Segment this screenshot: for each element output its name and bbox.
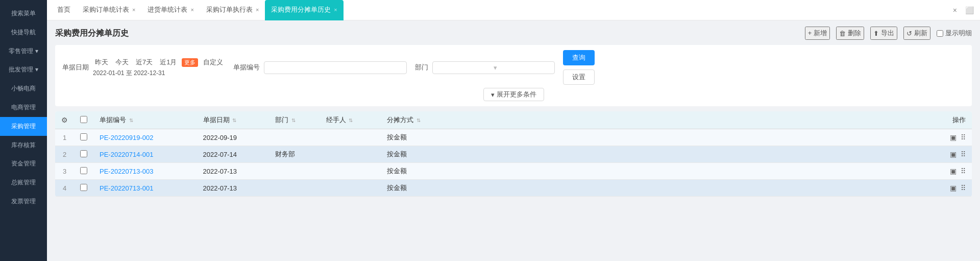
delete-icon: 🗑 [839,30,846,37]
edit-action-3[interactable]: ⠿ [961,184,966,192]
last7-btn[interactable]: 近7天 [134,57,155,67]
close-window-icon[interactable]: × [951,5,959,15]
expand-icon: ▾ [491,91,495,99]
sidebar-item-shortcut[interactable]: 快捷导航 [0,23,47,42]
select-all-checkbox[interactable] [80,116,87,123]
today-btn[interactable]: 今天 [113,57,131,67]
tab-label-purchase-order-stat: 采购订单统计表 [83,5,129,14]
table-row: 2 PE-20220714-001 2022-07-14 财务部 按金额 ▣ ⠿ [55,146,972,163]
dept-select-arrow-icon: ▾ [494,64,550,72]
view-action-3[interactable]: ▣ [950,184,957,192]
row-select-0[interactable] [80,133,87,140]
sidebar-item-wholesale[interactable]: 批发管理 ▾ [0,60,47,79]
sidebar-item-ecom[interactable]: 电商管理 [0,98,47,117]
add-button[interactable]: + 新增 [805,27,830,40]
row-dept-3 [269,180,320,197]
dept-sort-icon[interactable]: ⇅ [291,117,296,123]
view-action-2[interactable]: ▣ [950,167,957,175]
tab-label-inbound-stat: 进货单统计表 [148,5,187,14]
tab-inbound-stat[interactable]: 进货单统计表× [141,0,200,20]
show-cols-checkbox[interactable] [937,30,943,37]
th-handler: 经手人 ⇅ [320,111,381,129]
export-icon: ⬆ [873,30,879,37]
doc-date-sort-icon[interactable]: ⇅ [232,117,236,123]
doc-no-filter-group: 单据编号 [233,61,407,74]
sidebar-item-finance[interactable]: 资金管理 [0,154,47,173]
sidebar: 搜索菜单快捷导航零售管理 ▾批发管理 ▾小畅电商电商管理采购管理库存核算资金管理… [0,0,47,261]
content-area: 采购费用分摊单历史 + 新增 🗑 删除 ⬆ 导出 ↺ 刷新 显示明细 [47,20,980,261]
row-handler-3 [320,180,381,197]
th-dept-label: 部门 [275,116,288,124]
view-action-1[interactable]: ▣ [950,150,957,158]
export-button[interactable]: ⬆ 导出 [870,27,897,40]
tab-close-purchase-cost-split[interactable]: × [334,7,337,13]
sidebar-item-label-ledger: 总账管理 [2,178,45,187]
expand-conditions-button[interactable]: ▾ 展开更多条件 [483,88,544,101]
tab-close-inbound-stat[interactable]: × [190,7,193,13]
th-actions: 操作 [931,111,972,129]
row-doc-date-3: 2022-07-13 [197,180,270,197]
setting-button[interactable]: 设置 [563,69,595,85]
row-doc-no-2: PE-20220713-003 [93,163,197,180]
last1m-btn[interactable]: 近1月 [158,57,179,67]
doc-no-link-0[interactable]: PE-20220919-002 [100,134,154,141]
sidebar-item-search[interactable]: 搜索菜单 [0,4,47,23]
sidebar-item-label-search: 搜索菜单 [2,9,45,18]
sidebar-item-retail[interactable]: 零售管理 ▾ [0,42,47,61]
tab-bar: 首页采购订单统计表×进货单统计表×采购订单执行表×采购费用分摊单历史× × ⬜ [47,0,980,20]
handler-sort-icon[interactable]: ⇅ [349,117,353,123]
row-select-3[interactable] [80,184,87,191]
gear-icon[interactable]: ⚙ [61,116,68,124]
row-dept-0 [269,129,320,146]
dept-select[interactable]: ▾ [432,61,555,74]
doc-no-link-2[interactable]: PE-20220713-003 [100,168,154,175]
tab-purchase-cost-split[interactable]: 采购费用分摊单历史× [265,0,343,20]
edit-action-2[interactable]: ⠿ [961,167,966,175]
row-split-method-1: 按金额 [381,146,931,163]
sidebar-item-purchase[interactable]: 采购管理 [0,117,47,136]
delete-button[interactable]: 🗑 删除 [836,27,864,40]
expand-row: ▾ 展开更多条件 [62,88,965,101]
th-doc-date: 单据日期 ⇅ [197,111,270,129]
date-shortcuts: 昨天 今天 近7天 近1月 更多 自定义 [93,57,225,67]
dept-label: 部门 [415,63,428,72]
doc-no-link-1[interactable]: PE-20220714-001 [100,151,154,158]
row-handler-2 [320,163,381,180]
sidebar-item-ledger[interactable]: 总账管理 [0,173,47,192]
sidebar-item-label-retail: 零售管理 ▾ [2,47,45,56]
row-select-2[interactable] [80,167,87,174]
doc-no-sort-icon[interactable]: ⇅ [129,117,133,123]
date-filter-label: 单据日期 [62,63,89,72]
tab-home[interactable]: 首页 [51,0,77,20]
more-btn[interactable]: 更多 [182,58,198,67]
sidebar-item-ecom-small[interactable]: 小畅电商 [0,79,47,98]
doc-no-link-3[interactable]: PE-20220713-001 [100,184,154,192]
row-split-method-2: 按金额 [381,163,931,180]
custom-btn[interactable]: 自定义 [201,57,225,67]
th-gear: ⚙ [55,111,74,129]
yesterday-btn[interactable]: 昨天 [93,57,110,67]
date-shortcuts-wrapper: 昨天 今天 近7天 近1月 更多 自定义 2022-01-01 至 2022-1… [93,57,225,78]
tab-close-purchase-order-stat[interactable]: × [132,7,135,13]
sidebar-item-inventory[interactable]: 库存核算 [0,136,47,155]
query-button[interactable]: 查询 [563,50,595,65]
sidebar-item-invoice[interactable]: 发票管理 [0,192,47,211]
tab-purchase-order-stat[interactable]: 采购订单统计表× [77,0,141,20]
date-filter-group: 单据日期 昨天 今天 近7天 近1月 更多 自定义 2022-01-01 至 2… [62,57,225,78]
split-method-sort-icon[interactable]: ⇅ [416,117,421,123]
row-select-1[interactable] [80,150,87,157]
row-split-method-0: 按金额 [381,129,931,146]
tab-purchase-order-exec[interactable]: 采购订单执行表× [200,0,265,20]
refresh-button[interactable]: ↺ 刷新 [903,27,930,40]
row-checkbox-3 [74,180,93,197]
maximize-window-icon[interactable]: ⬜ [963,5,976,15]
show-cols-checkbox-label[interactable]: 显示明细 [937,29,972,38]
edit-action-0[interactable]: ⠿ [961,133,966,141]
th-split-method: 分摊方式 ⇅ [381,111,931,129]
view-action-0[interactable]: ▣ [950,133,957,141]
edit-action-1[interactable]: ⠿ [961,150,966,158]
row-doc-date-1: 2022-07-14 [197,146,270,163]
row-num-3: 4 [55,180,74,197]
doc-no-input[interactable] [264,61,407,74]
tab-close-purchase-order-exec[interactable]: × [256,7,259,13]
